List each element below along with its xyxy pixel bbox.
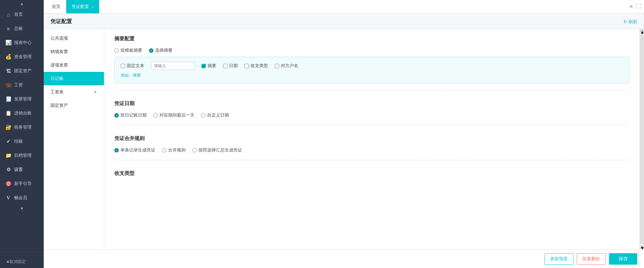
closing-icon: ✔ bbox=[5, 138, 11, 144]
batch-delete-button[interactable]: 批量删除 bbox=[577, 253, 606, 265]
single-record-input[interactable] bbox=[114, 148, 119, 152]
sidebar-item-home[interactable]: ⌂ 首页 bbox=[0, 7, 44, 21]
update-preview-button[interactable]: 更新预置 bbox=[544, 253, 573, 265]
left-nav-payroll-table[interactable]: 工资表 ▼ bbox=[44, 85, 104, 99]
summary-options-box: 固定文本 摘要 日期 收支类型 bbox=[114, 57, 629, 83]
refresh-button[interactable]: ↻ 刷新 bbox=[623, 19, 637, 25]
radio-by-journal-date[interactable]: 按日记账日期 bbox=[114, 112, 147, 118]
counterparty-checkbox[interactable] bbox=[275, 64, 279, 68]
left-nav-fixed-assets[interactable]: 固定资产 bbox=[44, 99, 104, 112]
radio-select-label: 选择摘要 bbox=[155, 47, 173, 53]
merge-rules-section: 凭证合并规则 单条记录生成凭证 合并规则 按照选择汇总生成凭证 bbox=[114, 135, 629, 160]
purchase-sale-icon: 📋 bbox=[5, 110, 11, 116]
radio-template-label: 按模板摘要 bbox=[120, 47, 142, 53]
sidebar-item-payroll[interactable]: 💼 工资 bbox=[0, 78, 44, 92]
save-button[interactable]: 保存 bbox=[609, 253, 637, 265]
refresh-icon: ↻ bbox=[623, 19, 627, 24]
left-nav-public-label: 公共选项 bbox=[50, 35, 68, 41]
date-checkbox[interactable] bbox=[223, 64, 227, 68]
radio-template-summary[interactable]: 按模板摘要 bbox=[114, 47, 142, 53]
radio-select-summary[interactable]: 选择摘要 bbox=[149, 47, 173, 53]
fixed-text-input[interactable] bbox=[151, 62, 195, 70]
sidebar-unpin[interactable]: ◄取消固定 bbox=[0, 255, 44, 268]
sidebar-scroll-down[interactable]: ▼ bbox=[0, 205, 44, 212]
checkbox-counterparty[interactable]: 对方户名 bbox=[275, 63, 298, 69]
sidebar-item-settings[interactable]: ⚙ 设置 bbox=[0, 163, 44, 177]
sidebar-item-purchase-sale[interactable]: 📋 进销台账 bbox=[0, 106, 44, 120]
scroll-thumb[interactable] bbox=[640, 34, 644, 244]
merge-rules-input[interactable] bbox=[162, 148, 166, 152]
radio-by-period-last[interactable]: 对应期间最后一天 bbox=[153, 112, 194, 118]
tab-voucher-config-label: 凭证配置 bbox=[72, 4, 89, 10]
sidebar-item-archive-label: 归档管理 bbox=[14, 152, 32, 159]
by-journal-date-input[interactable] bbox=[114, 113, 119, 118]
radio-single-record[interactable]: 单条记录生成凭证 bbox=[114, 147, 155, 153]
sidebar: ▲ ⌂ 首页 ≡ 总账 📊 报表中心 💰 资金管理 🏗 固定资产 💼 工资 🧾 … bbox=[0, 0, 44, 268]
radio-by-selection-summary[interactable]: 按照选择汇总生成凭证 bbox=[192, 147, 242, 153]
checkbox-fixed-text[interactable]: 固定文本 bbox=[121, 63, 144, 69]
window-expand-icon[interactable]: ⛶ bbox=[636, 3, 641, 10]
sidebar-item-payroll-label: 工资 bbox=[14, 82, 23, 88]
sidebar-item-tax-label: 税务管理 bbox=[14, 124, 32, 130]
sidebar-item-ledger[interactable]: ≡ 总账 bbox=[0, 21, 44, 36]
sidebar-item-funds[interactable]: 💰 资金管理 bbox=[0, 50, 44, 64]
scroll-up-arrow[interactable]: ▲ bbox=[640, 30, 644, 33]
summary-checkbox-label: 摘要 bbox=[207, 63, 216, 69]
sidebar-item-guide[interactable]: 🎯 新手引导 bbox=[0, 177, 44, 191]
single-record-label: 单条记录生成凭证 bbox=[120, 147, 155, 153]
radio-template-input[interactable] bbox=[114, 48, 119, 53]
sidebar-item-archive[interactable]: 📁 归档管理 bbox=[0, 148, 44, 163]
sidebar-item-guide-label: 新手引导 bbox=[14, 181, 32, 187]
by-selection-summary-input[interactable] bbox=[192, 148, 197, 152]
sidebar-scroll-up[interactable]: ▲ bbox=[0, 0, 44, 7]
merge-rules-label: 合并规则 bbox=[168, 147, 186, 153]
left-nav-purchase-invoice-label: 进项发票 bbox=[50, 62, 68, 68]
left-nav-sale-invoice[interactable]: 销项发票 bbox=[44, 45, 104, 58]
income-type-checkbox[interactable] bbox=[244, 64, 249, 68]
radio-select-input[interactable] bbox=[149, 48, 153, 53]
tab-close-icon[interactable]: × bbox=[92, 5, 94, 9]
sidebar-item-tax[interactable]: 🔐 税务管理 bbox=[0, 120, 44, 134]
left-nav-journal[interactable]: 日记账 bbox=[44, 72, 104, 85]
sidebar-item-reports[interactable]: 📊 报表中心 bbox=[0, 36, 44, 50]
payroll-icon: 💼 bbox=[5, 82, 11, 88]
summary-config-title: 摘要配置 bbox=[114, 36, 629, 42]
radio-custom-date[interactable]: 自定义日期 bbox=[201, 112, 229, 118]
sidebar-item-assets[interactable]: 🏗 固定资产 bbox=[0, 64, 44, 78]
tab-voucher-config[interactable]: 凭证配置 × bbox=[66, 0, 99, 13]
checkbox-income-type[interactable]: 收支类型 bbox=[244, 63, 268, 69]
scroll-down-arrow[interactable]: ▼ bbox=[640, 245, 644, 249]
archive-icon: 📁 bbox=[5, 152, 11, 159]
sidebar-item-closing[interactable]: ✔ 结账 bbox=[0, 134, 44, 148]
counterparty-checkbox-label: 对方户名 bbox=[281, 63, 298, 69]
left-nav-journal-label: 日记账 bbox=[50, 76, 64, 82]
tab-home[interactable]: 首页 bbox=[46, 0, 66, 13]
left-nav-public[interactable]: 公共选项 bbox=[44, 32, 104, 45]
fixed-text-checkbox[interactable] bbox=[121, 64, 125, 68]
by-period-last-input[interactable] bbox=[153, 113, 158, 118]
guide-icon: 🎯 bbox=[5, 181, 11, 187]
left-nav-purchase-invoice[interactable]: 进项发票 bbox=[44, 58, 104, 72]
window-close-icon[interactable]: ✕ bbox=[629, 3, 633, 10]
left-nav: 公共选项 销项发票 进项发票 日记账 工资表 ▼ 固定资产 bbox=[44, 29, 104, 250]
sidebar-item-invoice-mgmt[interactable]: 🧾 发票管理 bbox=[0, 92, 44, 106]
scrollbar[interactable]: ▲ ▼ bbox=[639, 29, 644, 250]
unpin-label: ◄取消固定 bbox=[5, 259, 26, 265]
by-period-last-label: 对应期间最后一天 bbox=[159, 112, 194, 118]
left-nav-sale-invoice-label: 销项发票 bbox=[50, 49, 68, 55]
sidebar-item-vip[interactable]: V 畅会员 bbox=[0, 191, 44, 205]
footer-bar: 更新预置 批量删除 保存 bbox=[44, 250, 644, 268]
merge-rules-title: 凭证合并规则 bbox=[114, 135, 629, 142]
custom-date-input[interactable] bbox=[201, 113, 205, 118]
tax-icon: 🔐 bbox=[5, 124, 11, 130]
summary-radio-group: 按模板摘要 选择摘要 bbox=[114, 47, 629, 53]
tab-bar-actions: ✕ ⛶ bbox=[629, 3, 641, 10]
fixed-text-label: 固定文本 bbox=[127, 63, 144, 69]
checkbox-date[interactable]: 日期 bbox=[223, 63, 238, 69]
checkbox-summary[interactable]: 摘要 bbox=[201, 63, 216, 69]
summary-checkbox[interactable] bbox=[201, 64, 206, 68]
summary-config-section: 摘要配置 按模板摘要 选择摘要 固定文本 bbox=[114, 36, 629, 90]
invoice-mgmt-icon: 🧾 bbox=[5, 96, 11, 102]
radio-merge-rules[interactable]: 合并规则 bbox=[162, 147, 186, 153]
income-type-section: 收支类型 bbox=[114, 170, 629, 189]
